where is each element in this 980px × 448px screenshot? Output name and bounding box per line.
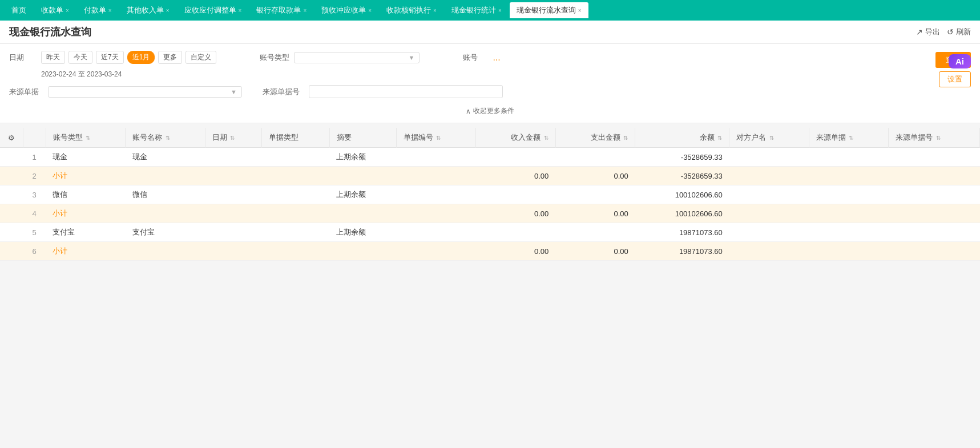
col-account-name[interactable]: 账号名称 ⇅ [126,128,205,148]
chevron-down-icon: ▼ [231,88,237,95]
cell-account-type: 支付宝 [46,223,126,242]
header-actions: ↗ 导出 ↺ 刷新 [916,27,971,37]
table-row[interactable]: 1现金现金上期余额-3528659.33 [0,148,980,167]
col-source-doc-no[interactable]: 来源单据号 ⇅ [889,128,980,148]
ai-badge[interactable]: Ai [949,54,971,68]
close-icon[interactable]: × [368,7,372,14]
cell-source-doc [809,223,889,242]
table-row[interactable]: 2小计0.000.00-3528659.33 [0,167,980,185]
nav-tab-8[interactable]: 现金银行流水查询 × [510,2,588,18]
export-button[interactable]: ↗ 导出 [916,27,940,37]
cell-source-doc-no [889,223,980,242]
col-balance[interactable]: 余额 ⇅ [635,128,729,148]
nav-home[interactable]: 首页 [5,5,33,15]
cell-index: 5 [23,223,46,242]
cell-source-doc [809,242,889,261]
cell-balance: -3528659.33 [635,167,729,185]
cell-counterpart [729,185,809,204]
cell-counterpart [729,242,809,261]
date-btn-yesterday[interactable]: 昨天 [41,51,65,64]
date-btn-today[interactable]: 今天 [68,51,92,64]
sort-icon: ⇅ [544,135,549,141]
cell-summary: 上期余额 [329,185,396,204]
nav-tab-2[interactable]: 其他收入单 × [120,2,176,18]
cell-doc-type [262,148,330,167]
date-btn-7days[interactable]: 近7天 [96,51,124,64]
col-source-doc[interactable]: 来源单据 ⇅ [809,128,889,148]
account-type-select[interactable]: ▼ [294,52,420,63]
cell-summary: 上期余额 [329,223,396,242]
cell-doc-type [262,167,330,185]
cell-source-doc-no [889,185,980,204]
cell-account-type: 现金 [46,148,126,167]
collapse-bar[interactable]: ∧ 收起更多条件 [9,104,971,116]
settings-button[interactable]: 设置 [939,71,971,87]
close-icon[interactable]: × [166,7,170,14]
col-income[interactable]: 收入金额 ⇅ [476,128,556,148]
nav-tab-4[interactable]: 银行存取款单 × [249,2,313,18]
close-icon[interactable]: × [498,7,502,14]
cell-doc-type [262,223,330,242]
close-icon[interactable]: × [578,7,582,14]
nav-tab-0[interactable]: 收款单 × [34,2,76,18]
cell-balance: 100102606.60 [635,185,729,204]
cell-account-type: 小计 [46,204,126,223]
col-summary: 摘要 [329,128,396,148]
nav-tab-7[interactable]: 现金银行统计 × [445,2,509,18]
cell-balance: -3528659.33 [635,148,729,167]
table-row[interactable]: 3微信微信上期余额100102606.60 [0,185,980,204]
cell-counterpart [729,204,809,223]
cell-doc-type [262,185,330,204]
table-container: ⚙ 账号类型 ⇅ 账号名称 ⇅ 日期 ⇅ 单据类型 摘要 [0,128,980,261]
refresh-icon: ↺ [947,27,954,37]
table-row[interactable]: 6小计0.000.0019871073.60 [0,242,980,261]
sort-icon: ⇅ [717,135,722,141]
cell-gear [0,223,23,242]
source-doc-label: 来源单据 [9,87,39,97]
cell-doc-no [396,148,476,167]
date-label: 日期 [9,53,32,63]
close-icon[interactable]: × [239,7,242,14]
more-options-dots[interactable]: ... [490,53,502,63]
nav-tab-5[interactable]: 预收冲应收单 × [314,2,378,18]
close-icon[interactable]: × [433,7,437,14]
nav-tab-6[interactable]: 收款核销执行 × [380,2,443,18]
cell-income: 0.00 [476,242,556,261]
nav-tab-1[interactable]: 付款单 × [77,2,119,18]
cell-gear [0,185,23,204]
sort-icon: ⇅ [936,135,941,141]
col-doc-no[interactable]: 单据编号 ⇅ [396,128,476,148]
cell-account-name: 微信 [126,185,205,204]
cell-source-doc [809,167,889,185]
close-icon[interactable]: × [108,7,112,14]
date-range-display: 2023-02-24 至 2023-03-24 [41,70,122,78]
col-gear[interactable]: ⚙ [0,128,23,148]
date-btn-more[interactable]: 更多 [158,51,182,64]
date-btn-1month[interactable]: 近1月 [127,51,155,64]
table-row[interactable]: 4小计0.000.00100102606.60 [0,204,980,223]
date-btn-custom[interactable]: 自定义 [185,51,216,64]
close-icon[interactable]: × [303,7,306,14]
cell-expense [555,148,635,167]
col-account-type[interactable]: 账号类型 ⇅ [46,128,126,148]
cell-balance: 19871073.60 [635,223,729,242]
cell-income [476,185,556,204]
source-doc-select[interactable]: ▼ [48,86,242,98]
account-type-label: 账号类型 [260,53,289,63]
top-nav: 首页 收款单 × 付款单 × 其他收入单 × 应收应付调整单 × 银行存取款单 … [0,0,980,21]
table-row[interactable]: 5支付宝支付宝上期余额19871073.60 [0,223,980,242]
refresh-button[interactable]: ↺ 刷新 [947,27,971,37]
cell-source-doc-no [889,204,980,223]
cell-gear [0,204,23,223]
source-doc-no-label: 来源单据号 [263,87,300,97]
cell-source-doc [809,185,889,204]
close-icon[interactable]: × [66,7,69,14]
col-expense[interactable]: 支出金额 ⇅ [555,128,635,148]
col-date[interactable]: 日期 ⇅ [205,128,262,148]
nav-tab-3[interactable]: 应收应付调整单 × [178,2,249,18]
cell-account-name [126,167,205,185]
collapse-icon: ∧ [466,107,471,115]
sort-icon: ⇅ [623,135,628,141]
source-doc-no-input[interactable] [309,85,503,98]
col-counterpart[interactable]: 对方户名 ⇅ [729,128,809,148]
